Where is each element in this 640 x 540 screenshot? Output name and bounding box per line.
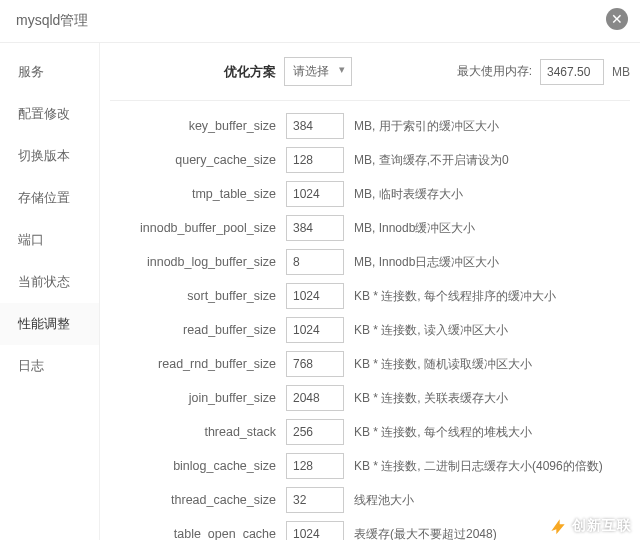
field-desc: MB, 查询缓存,不开启请设为0 (354, 152, 630, 169)
field-row: sort_buffer_sizeKB * 连接数, 每个线程排序的缓冲大小 (110, 283, 630, 309)
table_open_cache-input[interactable] (286, 521, 344, 540)
field-desc: KB * 连接数, 每个线程排序的缓冲大小 (354, 288, 630, 305)
binlog_cache_size-input[interactable] (286, 453, 344, 479)
field-label: thread_stack (110, 425, 276, 439)
sidebar-item-label: 切换版本 (18, 148, 70, 163)
sidebar-item-label: 日志 (18, 358, 44, 373)
sidebar-item-label: 性能调整 (18, 316, 70, 331)
field-desc: MB, Innodb日志缓冲区大小 (354, 254, 630, 271)
sidebar-item-0[interactable]: 服务 (0, 51, 99, 93)
field-label: innodb_buffer_pool_size (110, 221, 276, 235)
mysqld-modal: mysqld管理 ✕ 服务配置修改切换版本存储位置端口当前状态性能调整日志 优化… (0, 0, 640, 540)
optimization-plan-label: 优化方案 (110, 63, 276, 81)
field-desc: 表缓存(最大不要超过2048) (354, 526, 630, 541)
sidebar-item-label: 当前状态 (18, 274, 70, 289)
field-label: join_buffer_size (110, 391, 276, 405)
fields-list: key_buffer_sizeMB, 用于索引的缓冲区大小query_cache… (110, 113, 630, 540)
modal-body: 服务配置修改切换版本存储位置端口当前状态性能调整日志 优化方案 请选择 最大使用… (0, 43, 640, 540)
field-row: key_buffer_sizeMB, 用于索引的缓冲区大小 (110, 113, 630, 139)
thread_stack-input[interactable] (286, 419, 344, 445)
sidebar-item-label: 配置修改 (18, 106, 70, 121)
sidebar-item-7[interactable]: 日志 (0, 345, 99, 387)
field-label: key_buffer_size (110, 119, 276, 133)
optimization-plan-select[interactable]: 请选择 (284, 57, 352, 86)
sidebar-item-label: 服务 (18, 64, 44, 79)
field-row: tmp_table_sizeMB, 临时表缓存大小 (110, 181, 630, 207)
field-desc: KB * 连接数, 随机读取缓冲区大小 (354, 356, 630, 373)
sidebar-item-2[interactable]: 切换版本 (0, 135, 99, 177)
query_cache_size-input[interactable] (286, 147, 344, 173)
sidebar-item-1[interactable]: 配置修改 (0, 93, 99, 135)
field-desc: KB * 连接数, 读入缓冲区大小 (354, 322, 630, 339)
max-memory-input[interactable] (540, 59, 604, 85)
field-label: read_buffer_size (110, 323, 276, 337)
select-value: 请选择 (293, 64, 329, 78)
max-memory-unit: MB (612, 65, 630, 79)
field-row: binlog_cache_sizeKB * 连接数, 二进制日志缓存大小(409… (110, 453, 630, 479)
field-label: read_rnd_buffer_size (110, 357, 276, 371)
sidebar-item-5[interactable]: 当前状态 (0, 261, 99, 303)
field-row: thread_cache_size线程池大小 (110, 487, 630, 513)
field-desc: 线程池大小 (354, 492, 630, 509)
field-label: query_cache_size (110, 153, 276, 167)
field-desc: KB * 连接数, 二进制日志缓存大小(4096的倍数) (354, 458, 630, 475)
field-desc: MB, Innodb缓冲区大小 (354, 220, 630, 237)
tmp_table_size-input[interactable] (286, 181, 344, 207)
modal-title: mysqld管理 (16, 12, 88, 30)
field-label: table_open_cache (110, 527, 276, 540)
field-row: innodb_log_buffer_sizeMB, Innodb日志缓冲区大小 (110, 249, 630, 275)
field-label: innodb_log_buffer_size (110, 255, 276, 269)
field-row: query_cache_sizeMB, 查询缓存,不开启请设为0 (110, 147, 630, 173)
sidebar-item-4[interactable]: 端口 (0, 219, 99, 261)
field-row: thread_stackKB * 连接数, 每个线程的堆栈大小 (110, 419, 630, 445)
field-label: tmp_table_size (110, 187, 276, 201)
field-desc: MB, 临时表缓存大小 (354, 186, 630, 203)
field-row: read_buffer_sizeKB * 连接数, 读入缓冲区大小 (110, 317, 630, 343)
field-desc: KB * 连接数, 每个线程的堆栈大小 (354, 424, 630, 441)
field-label: sort_buffer_size (110, 289, 276, 303)
field-row: join_buffer_sizeKB * 连接数, 关联表缓存大小 (110, 385, 630, 411)
field-label: thread_cache_size (110, 493, 276, 507)
innodb_buffer_pool_size-input[interactable] (286, 215, 344, 241)
sort_buffer_size-input[interactable] (286, 283, 344, 309)
content-panel: 优化方案 请选择 最大使用内存: MB key_buffer_sizeMB, 用… (100, 43, 640, 540)
field-desc: MB, 用于索引的缓冲区大小 (354, 118, 630, 135)
sidebar-item-6[interactable]: 性能调整 (0, 303, 99, 345)
read_rnd_buffer_size-input[interactable] (286, 351, 344, 377)
field-row: read_rnd_buffer_sizeKB * 连接数, 随机读取缓冲区大小 (110, 351, 630, 377)
thread_cache_size-input[interactable] (286, 487, 344, 513)
read_buffer_size-input[interactable] (286, 317, 344, 343)
key_buffer_size-input[interactable] (286, 113, 344, 139)
sidebar: 服务配置修改切换版本存储位置端口当前状态性能调整日志 (0, 43, 100, 540)
field-row: table_open_cache表缓存(最大不要超过2048) (110, 521, 630, 540)
field-row: innodb_buffer_pool_sizeMB, Innodb缓冲区大小 (110, 215, 630, 241)
modal-header: mysqld管理 ✕ (0, 0, 640, 43)
join_buffer_size-input[interactable] (286, 385, 344, 411)
close-icon[interactable]: ✕ (606, 8, 628, 30)
field-desc: KB * 连接数, 关联表缓存大小 (354, 390, 630, 407)
innodb_log_buffer_size-input[interactable] (286, 249, 344, 275)
sidebar-item-label: 存储位置 (18, 190, 70, 205)
sidebar-item-label: 端口 (18, 232, 44, 247)
field-label: binlog_cache_size (110, 459, 276, 473)
sidebar-item-3[interactable]: 存储位置 (0, 177, 99, 219)
max-memory-label: 最大使用内存: (457, 63, 532, 80)
top-row: 优化方案 请选择 最大使用内存: MB (110, 57, 630, 101)
